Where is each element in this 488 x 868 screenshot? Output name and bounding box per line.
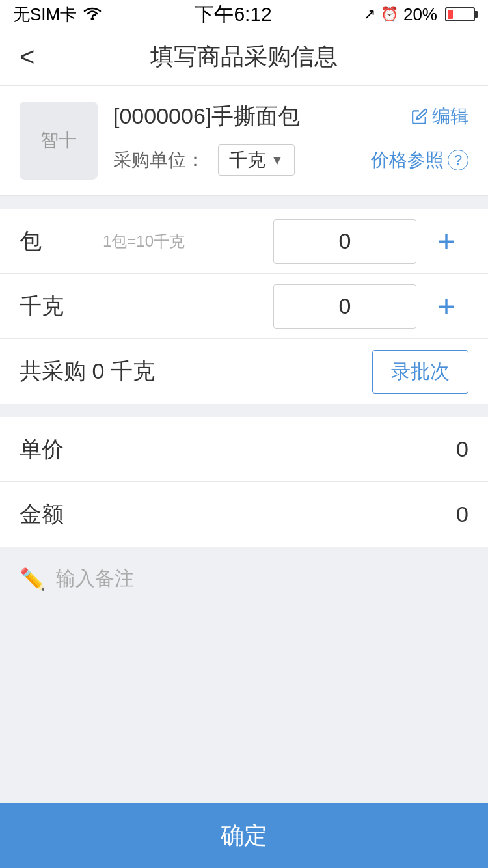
total-unit: 千克: [111, 359, 155, 383]
product-thumb-text: 智十: [40, 128, 77, 153]
pencil-icon: ✏️: [20, 567, 46, 591]
section-divider-2: [0, 404, 488, 417]
status-right: ↗ ⏰ 20%: [364, 5, 475, 25]
unit-row: 采购单位： 千克 ▼ 价格参照 ?: [113, 144, 468, 176]
unit-price-label: 单价: [20, 435, 64, 465]
remark-placeholder: 输入备注: [56, 565, 134, 592]
product-info: [0000006]手撕面包 编辑 采购单位： 千克 ▼ 价格参照 ?: [113, 102, 468, 176]
price-ref-button[interactable]: 价格参照 ?: [371, 148, 468, 172]
status-time: 下午6:12: [195, 1, 271, 28]
product-header: [0000006]手撕面包 编辑: [113, 102, 468, 131]
location-icon: ↗: [364, 6, 375, 23]
product-name: [0000006]手撕面包: [113, 102, 300, 131]
bag-input-row: 包 1包=10千克 0 +: [0, 209, 488, 274]
confirm-button[interactable]: 确定: [0, 803, 488, 868]
kg-plus-button[interactable]: +: [424, 284, 468, 329]
total-text: 共采购 0 千克: [20, 357, 155, 387]
batch-button[interactable]: 录批次: [372, 350, 468, 394]
bag-label: 包: [20, 226, 98, 256]
edit-button[interactable]: 编辑: [411, 104, 468, 129]
wifi-icon: [82, 5, 103, 25]
price-ref-label: 价格参照: [371, 148, 444, 172]
carrier-label: 无SIM卡: [13, 3, 77, 26]
unit-select-group: 采购单位： 千克 ▼: [113, 144, 295, 176]
product-card: 智十 [0000006]手撕面包 编辑 采购单位： 千克 ▼ 价格参照: [0, 86, 488, 196]
product-thumbnail: 智十: [20, 102, 98, 180]
chevron-down-icon: ▼: [271, 153, 284, 168]
edit-label: 编辑: [432, 104, 468, 129]
section-divider-1: [0, 196, 488, 209]
bag-plus-button[interactable]: +: [424, 219, 468, 264]
kg-qty-value: 0: [339, 293, 351, 319]
amount-value: 0: [456, 502, 468, 527]
total-value: 0: [92, 359, 104, 383]
kg-qty-input[interactable]: 0: [273, 284, 416, 329]
remark-section[interactable]: ✏️ 输入备注: [0, 547, 488, 625]
edit-icon: [411, 108, 428, 125]
total-label: 共采购: [20, 359, 86, 383]
status-bar: 无SIM卡 下午6:12 ↗ ⏰ 20%: [0, 0, 488, 29]
price-section: 单价 0 金额 0: [0, 417, 488, 547]
bag-qty-value: 0: [339, 228, 351, 254]
back-button[interactable]: <: [20, 42, 34, 72]
alarm-icon: ⏰: [381, 6, 398, 23]
kg-input-row: 千克 0 +: [0, 274, 488, 339]
amount-row: 金额 0: [0, 482, 488, 547]
total-row: 共采购 0 千克 录批次: [0, 339, 488, 404]
amount-label: 金额: [20, 500, 64, 530]
battery-percent: 20%: [403, 5, 437, 25]
unit-price-value: 0: [456, 437, 468, 462]
unit-select[interactable]: 千克 ▼: [218, 144, 295, 176]
bag-sublabel: 1包=10千克: [103, 231, 185, 252]
svg-point-0: [91, 17, 94, 20]
bag-qty-input[interactable]: 0: [273, 219, 416, 264]
status-left: 无SIM卡: [13, 3, 103, 26]
nav-bar: < 填写商品采购信息: [0, 29, 488, 86]
unit-value: 千克: [229, 148, 265, 172]
input-section: 包 1包=10千克 0 + 千克 0 +: [0, 209, 488, 339]
unit-price-row: 单价 0: [0, 417, 488, 482]
question-icon: ?: [448, 150, 468, 170]
page-title: 填写商品采购信息: [150, 41, 338, 73]
unit-label: 采购单位：: [113, 150, 204, 170]
battery-icon: [445, 7, 475, 21]
kg-label: 千克: [20, 292, 98, 321]
